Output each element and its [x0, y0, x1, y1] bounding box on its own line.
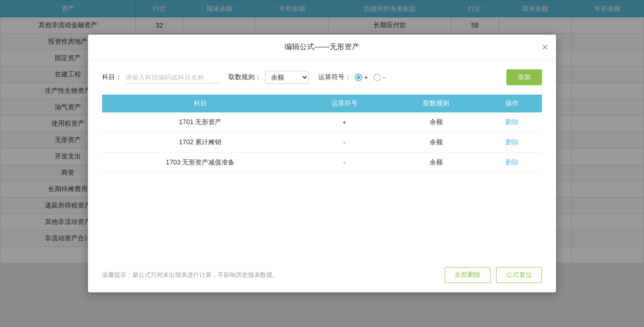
- footer-tip: 温馨提示：新公式只对未出报表进行计算，不影响历史报表数据。: [102, 271, 278, 279]
- formula-table-row: 1701 无形资产 + 余额 删除: [102, 112, 542, 133]
- cell-subject: 1702 累计摊销: [102, 133, 299, 153]
- modal-footer: 温馨提示：新公式只对未出报表进行计算，不影响历史报表数据。 全部删除 公式复位: [88, 258, 556, 292]
- rule-select-wrapper: 余额 借方 贷方 借方余额 贷方余额: [265, 71, 309, 84]
- rule-group: 取数规则： 余额 借方 贷方 借方余额 贷方余额: [228, 71, 309, 84]
- rule-label: 取数规则：: [228, 73, 261, 82]
- modal-dialog: 编辑公式——无形资产 ✕ 科目： 取数规则： 余额 借方 贷方 借方余额 贷方余…: [88, 35, 556, 292]
- operator-plus-label: +: [364, 74, 368, 81]
- cell-rule: 余额: [390, 112, 482, 133]
- reset-formula-button[interactable]: 公式复位: [496, 267, 542, 283]
- table-header-row: 科目 运算符号 取数规则 操作: [102, 95, 542, 112]
- operator-minus-option[interactable]: -: [373, 74, 385, 81]
- col-rule: 取数规则: [390, 95, 482, 112]
- footer-buttons: 全部删除 公式复位: [445, 267, 542, 283]
- modal-overlay: 编辑公式——无形资产 ✕ 科目： 取数规则： 余额 借方 贷方 借方余额 贷方余…: [0, 0, 644, 327]
- operator-plus-option[interactable]: +: [355, 74, 368, 81]
- cell-subject: 1701 无形资产: [102, 112, 299, 133]
- modal-title: 编辑公式——无形资产: [285, 42, 359, 52]
- operator-radio-group: + -: [355, 74, 385, 81]
- formula-table-row: 1702 累计摊销 - 余额 删除: [102, 133, 542, 153]
- modal-form: 科目： 取数规则： 余额 借方 贷方 借方余额 贷方余额 运算符号：: [88, 60, 556, 95]
- formula-table-row: 1703 无形资产减值准备 - 余额 删除: [102, 153, 542, 173]
- cell-rule: 余额: [390, 153, 482, 173]
- cell-subject: 1703 无形资产减值准备: [102, 153, 299, 173]
- formula-table: 科目 运算符号 取数规则 操作 1701 无形资产 + 余额 删除 1702 累…: [102, 95, 542, 173]
- cell-operator: +: [299, 112, 390, 133]
- cell-action: 删除: [482, 153, 542, 173]
- add-button[interactable]: 添加: [506, 69, 542, 85]
- operator-label: 运算符号：: [318, 73, 351, 82]
- modal-table-wrapper: 科目 运算符号 取数规则 操作 1701 无形资产 + 余额 删除 1702 累…: [88, 95, 556, 258]
- radio-plus-circle: [355, 74, 362, 81]
- subject-group: 科目：: [102, 72, 219, 83]
- radio-minus-circle: [373, 74, 381, 81]
- operator-minus-label: -: [383, 74, 385, 81]
- delete-row-button[interactable]: 删除: [505, 118, 519, 126]
- cell-action: 删除: [482, 112, 542, 133]
- delete-row-button[interactable]: 删除: [505, 138, 519, 146]
- cell-operator: -: [299, 153, 390, 173]
- modal-header: 编辑公式——无形资产 ✕: [88, 35, 556, 60]
- subject-input[interactable]: [125, 72, 219, 83]
- rule-select[interactable]: 余额 借方 贷方 借方余额 贷方余额: [265, 71, 309, 84]
- subject-label: 科目：: [102, 73, 122, 82]
- cell-action: 删除: [482, 133, 542, 153]
- cell-operator: -: [299, 133, 390, 153]
- operator-group: 运算符号： + -: [318, 73, 385, 82]
- col-operator: 运算符号: [299, 95, 390, 112]
- col-action: 操作: [482, 95, 542, 112]
- cell-rule: 余额: [390, 133, 482, 153]
- modal-close-button[interactable]: ✕: [542, 43, 549, 52]
- delete-all-button[interactable]: 全部删除: [445, 267, 490, 283]
- col-subject: 科目: [102, 95, 299, 112]
- delete-row-button[interactable]: 删除: [505, 158, 519, 166]
